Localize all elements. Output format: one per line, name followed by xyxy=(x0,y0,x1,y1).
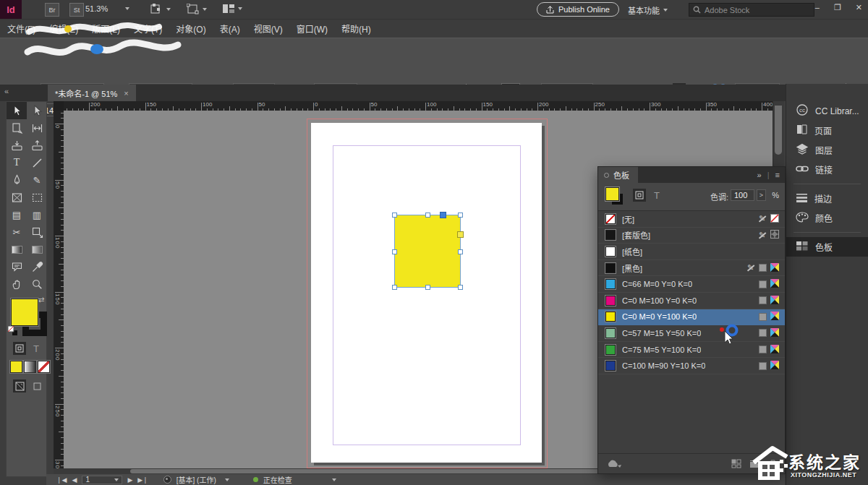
selected-rectangle[interactable] xyxy=(394,215,461,288)
document-tab[interactable]: *未命名-1 @ 51% × xyxy=(48,85,136,101)
menu-4[interactable]: 对象(O) xyxy=(176,22,205,35)
hand-tool[interactable] xyxy=(7,275,27,293)
formatting-container-button[interactable] xyxy=(13,342,26,355)
handle-bottom-center[interactable] xyxy=(425,285,430,290)
collapse-panel-icon[interactable]: « xyxy=(4,87,8,95)
chevron-down-icon[interactable] xyxy=(332,478,336,481)
handle-top-right[interactable] xyxy=(458,213,463,218)
menu-5[interactable]: 表(A) xyxy=(220,22,240,35)
menu-1[interactable]: 编辑(E) xyxy=(49,22,78,35)
menu-8[interactable]: 帮助(H) xyxy=(341,22,371,35)
restore-button[interactable]: ❐ xyxy=(834,3,841,12)
pencil-tool[interactable]: ✎ xyxy=(27,171,47,189)
publish-online-button[interactable]: Publish Online xyxy=(537,2,619,17)
dock-item-pages[interactable]: 页面 xyxy=(786,121,868,140)
apply-none-button[interactable] xyxy=(38,361,50,373)
fill-proxy-small[interactable] xyxy=(605,187,619,201)
formatting-text-button[interactable]: T xyxy=(30,342,43,355)
gradient-tool[interactable] xyxy=(7,241,27,258)
handle-mid-right[interactable] xyxy=(458,249,463,254)
rectangle-tool[interactable] xyxy=(27,189,47,206)
swatch-row[interactable]: C=75 M=5 Y=100 K=0 xyxy=(598,342,785,359)
selection-tool[interactable] xyxy=(7,102,27,119)
horizontal-grid-tool[interactable]: ▤ xyxy=(7,206,27,223)
normal-view-button[interactable] xyxy=(13,379,26,392)
direct-selection-tool[interactable] xyxy=(27,102,47,119)
swap-fill-stroke-icon[interactable]: ⇄ xyxy=(38,296,44,304)
arrange-documents-button[interactable] xyxy=(223,4,242,14)
content-placer-tool[interactable] xyxy=(27,137,47,154)
ruler-origin-corner[interactable] xyxy=(54,101,64,111)
last-page-button[interactable]: ▶❘ xyxy=(137,476,148,484)
line-tool[interactable] xyxy=(27,154,47,171)
page-number-field[interactable]: 1 xyxy=(82,476,122,484)
swatch-row[interactable]: C=100 M=90 Y=10 K=0 xyxy=(598,358,785,374)
page-tool[interactable] xyxy=(7,119,27,137)
first-page-button[interactable]: ❘◀ xyxy=(56,476,67,484)
workspace-switcher[interactable]: 基本功能 xyxy=(628,4,668,16)
handle-bottom-left[interactable] xyxy=(392,285,397,290)
screen-mode-button[interactable] xyxy=(187,4,207,14)
swatches-tab[interactable]: 色板 xyxy=(598,167,638,183)
swatch-row[interactable]: C=0 M=100 Y=0 K=0 xyxy=(598,293,785,309)
next-page-button[interactable]: ▶ xyxy=(127,476,132,484)
dock-item-color[interactable]: 颜色 xyxy=(786,208,868,228)
pen-tool[interactable] xyxy=(7,171,27,189)
tab-close-icon[interactable]: × xyxy=(124,89,128,98)
stock-button[interactable]: St xyxy=(69,3,84,17)
zoom-level-select[interactable]: 51.3% xyxy=(85,4,129,13)
text-formatting-button[interactable]: T xyxy=(650,189,663,202)
gradient-feather-tool[interactable] xyxy=(27,241,47,258)
free-transform-tool[interactable] xyxy=(27,223,47,241)
eyedropper-tool[interactable] xyxy=(27,258,47,275)
view-options-button[interactable] xyxy=(150,4,171,14)
menu-0[interactable]: 文件(F) xyxy=(7,22,35,35)
tint-field[interactable]: 100 xyxy=(731,189,754,201)
swatch-row[interactable]: C=57 M=15 Y=50 K=0 xyxy=(598,325,785,342)
tint-dropdown-button[interactable]: > xyxy=(757,189,766,201)
fill-proxy[interactable] xyxy=(11,299,38,326)
note-tool[interactable] xyxy=(7,258,27,275)
chevron-down-icon[interactable] xyxy=(225,478,229,481)
close-button[interactable]: ✕ xyxy=(856,3,862,12)
scissors-tool[interactable]: ✂ xyxy=(7,223,27,241)
handle-top-center[interactable] xyxy=(425,213,430,218)
container-formatting-button[interactable] xyxy=(633,189,646,202)
swatch-row[interactable]: [套版色]✎ xyxy=(598,228,785,244)
menu-6[interactable]: 视图(V) xyxy=(254,22,283,35)
swatch-row[interactable]: C=66 M=0 Y=0 K=0 xyxy=(598,276,785,293)
menu-3[interactable]: 文字(T) xyxy=(134,22,162,35)
bridge-button[interactable]: Br xyxy=(45,3,59,17)
default-fill-stroke-icon[interactable] xyxy=(8,326,17,335)
preflight-icon[interactable] xyxy=(163,476,171,484)
zoom-tool[interactable] xyxy=(27,275,47,293)
collapse-panel-icon[interactable]: » xyxy=(757,171,762,179)
panel-menu-icon[interactable]: ≡ xyxy=(775,171,780,179)
new-color-group-icon[interactable] xyxy=(731,459,742,468)
dock-item-cc-libraries[interactable]: ccCC Librar... xyxy=(786,101,868,121)
handle-top-left[interactable] xyxy=(392,213,397,218)
adobe-stock-search[interactable]: Adobe Stock xyxy=(689,3,814,17)
cc-libraries-sync-icon[interactable] xyxy=(605,459,621,469)
handle-mid-left[interactable] xyxy=(392,249,397,254)
preview-view-button[interactable] xyxy=(30,379,43,392)
apply-gradient-button[interactable] xyxy=(24,361,36,373)
dock-item-links[interactable]: 链接 xyxy=(786,160,868,179)
swatch-row[interactable]: C=0 M=0 Y=100 K=0 xyxy=(598,309,785,326)
swatch-row[interactable]: [纸色] xyxy=(598,244,785,260)
vertical-scrollbar-thumb[interactable] xyxy=(775,106,782,155)
frame-tool[interactable] xyxy=(7,189,27,206)
handle-bottom-right[interactable] xyxy=(458,285,463,290)
swatch-row[interactable]: [无]✎ xyxy=(598,211,785,228)
content-collector-tool[interactable] xyxy=(7,137,27,154)
horizontal-ruler[interactable]: 20015010050050100150200250300350400 xyxy=(64,101,773,111)
swatch-row[interactable]: [黑色]✎ xyxy=(598,260,785,277)
menu-7[interactable]: 窗口(W) xyxy=(297,22,328,35)
gap-tool[interactable] xyxy=(27,119,47,137)
dock-item-swatches[interactable]: 色板 xyxy=(786,237,868,257)
dock-item-stroke[interactable]: 描边 xyxy=(786,189,868,208)
vertical-grid-tool[interactable]: ▥ xyxy=(27,206,47,223)
vertical-ruler[interactable]: 050100150200250300 xyxy=(54,111,64,468)
menu-2[interactable]: 版面(L) xyxy=(92,22,120,35)
prev-page-button[interactable]: ◀ xyxy=(72,476,77,484)
